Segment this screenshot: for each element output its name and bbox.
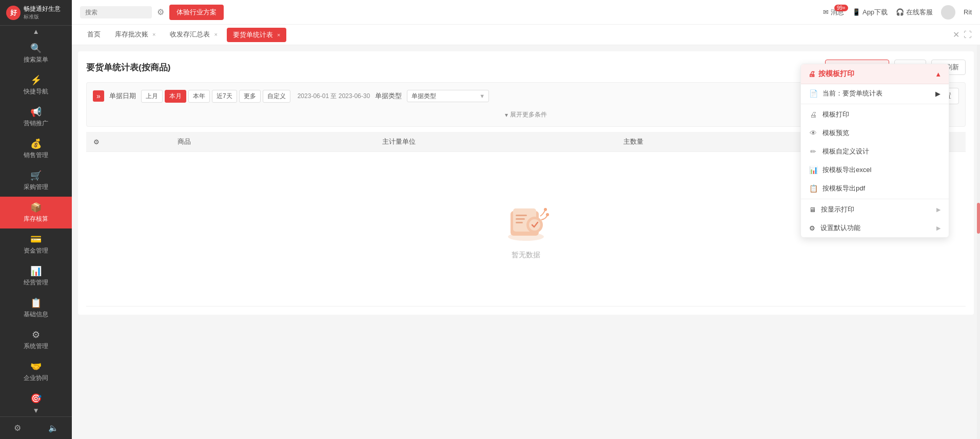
sidebar-scroll-up[interactable]: ▲ (0, 26, 72, 37)
tab-collect-summary-close[interactable]: × (214, 31, 217, 37)
sidebar-item-quick-nav[interactable]: ⚡快捷导航 (0, 69, 72, 101)
date-button-group: 上月 本月 本年 近7天 更多 自定义 (141, 90, 290, 103)
topbar-online-service-btn[interactable]: 🎧 在线客服 (896, 8, 933, 17)
tab-order-stats-label: 要货单统计表 (233, 30, 273, 40)
date-btn-prev-month[interactable]: 上月 (141, 90, 163, 103)
tab-expand-icon[interactable]: ⛶ (964, 30, 972, 40)
sidebar-icon-operation: 📊 (30, 265, 42, 277)
tab-collect-summary[interactable]: 收发存汇总表 × (163, 26, 224, 44)
empty-text: 暂无数据 (512, 251, 540, 260)
date-btn-current-year[interactable]: 本年 (188, 90, 210, 103)
sidebar-label-enterprise: 企业协同 (24, 374, 48, 383)
sidebar-item-purchase[interactable]: 🛒采购管理 (0, 165, 72, 197)
sidebar-label-system: 系统管理 (24, 342, 48, 351)
messages-badge: 99+ (834, 5, 848, 11)
topbar-exp-button[interactable]: 体验行业方案 (169, 5, 224, 20)
page-content: 要货单统计表(按商品) 🖨 按模板打印 ▲ ↑ 导出 ↻ 刷新 (72, 45, 980, 439)
tab-order-stats-close[interactable]: × (277, 32, 280, 38)
date-btn-current-month[interactable]: 本月 (165, 90, 186, 103)
sidebar-item-guide[interactable]: 🎯新手引导 (0, 388, 72, 405)
dropdown-collapse-icon[interactable]: ▲ (935, 70, 942, 78)
topbar-username: Rit (964, 8, 972, 16)
sidebar-item-operation[interactable]: 📊经营管理 (0, 260, 72, 292)
app-logo-icon: 好 (6, 6, 21, 20)
svg-point-9 (546, 213, 549, 216)
dropdown-template-export-pdf[interactable]: 📋 按模板导出pdf (801, 179, 949, 198)
sidebar-item-search-menu[interactable]: 🔍搜索菜单 (0, 37, 72, 69)
expand-arrow-icon: ▾ (505, 111, 508, 119)
template-print-icon: 🖨 (809, 110, 817, 119)
sidebar-label-purchase: 采购管理 (24, 183, 48, 192)
dropdown-default-func[interactable]: ⚙ 设置默认功能 ▶ (801, 219, 949, 237)
settings-icon[interactable]: ⚙ (93, 138, 100, 146)
default-func-icon: ⚙ (809, 224, 815, 232)
sidebar-label-inventory: 库存核算 (24, 215, 48, 223)
tab-home[interactable]: 首页 (80, 26, 108, 44)
dropdown-template-export-excel[interactable]: 📊 按模板导出excel (801, 161, 949, 179)
sidebar-icon-quick-nav: ⚡ (30, 74, 42, 86)
sidebar-item-finance[interactable]: 💳资金管理 (0, 228, 72, 260)
svg-point-8 (544, 208, 547, 211)
sidebar: 好 畅捷通好生意 标准版 ▲ 🔍搜索菜单⚡快捷导航📢营销推广💰销售管理🛒采购管理… (0, 0, 72, 439)
sidebar-sound-btn[interactable]: 🔈 (44, 421, 63, 435)
sidebar-label-finance: 资金管理 (24, 246, 48, 255)
date-range-display: 2023-06-01 至 2023-06-30 (298, 92, 370, 101)
dropdown-current-template[interactable]: 📄 当前：要货单统计表 ▶ (801, 84, 949, 103)
sidebar-item-marketing[interactable]: 📢营销推广 (0, 101, 72, 133)
tabbar: 首页 库存批次账 × 收发存汇总表 × 要货单统计表 × ✕ ⛶ (72, 25, 980, 45)
topbar-search-input[interactable] (80, 6, 152, 18)
dropdown-template-print[interactable]: 🖨 模板打印 (801, 105, 949, 124)
sidebar-settings-btn[interactable]: ⚙ (10, 421, 25, 435)
topbar-messages-btn[interactable]: ✉ 消息 99+ (823, 8, 844, 17)
template-design-icon: ✏ (809, 147, 817, 156)
sidebar-icon-sales: 💰 (30, 138, 42, 149)
tab-batch-account-close[interactable]: × (152, 31, 155, 37)
date-btn-custom[interactable]: 自定义 (263, 90, 290, 103)
template-preview-label: 模板预览 (822, 128, 849, 138)
dropdown-display-print[interactable]: 🖥 按显示打印 ▶ (801, 200, 949, 219)
sidebar-item-inventory[interactable]: 📦库存核算 (0, 197, 72, 228)
empty-icon (500, 198, 552, 244)
right-scrollbar[interactable] (977, 45, 980, 439)
sidebar-label-operation: 经营管理 (24, 278, 48, 287)
topbar: ⚙ 体验行业方案 ✉ 消息 99+ 📱 App下载 🎧 在线客服 Rit (72, 0, 980, 25)
dropdown-template-preview[interactable]: 👁 模板预览 (801, 124, 949, 142)
tab-batch-account[interactable]: 库存批次账 × (108, 26, 163, 44)
sidebar-logo: 好 畅捷通好生意 标准版 (0, 0, 72, 26)
display-print-icon: 🖥 (809, 206, 816, 214)
doc-type-select[interactable]: 单据类型 (407, 90, 489, 102)
topbar-app-download-btn[interactable]: 📱 App下载 (852, 8, 888, 17)
display-print-left: 🖥 按显示打印 (809, 205, 854, 214)
template-export-pdf-label: 按模板导出pdf (822, 184, 865, 193)
template-export-excel-label: 按模板导出excel (822, 165, 871, 175)
sidebar-scroll-down[interactable]: ▼ (0, 405, 72, 416)
col-settings[interactable]: ⚙ (86, 132, 107, 152)
dropdown-title: 🖨 按模板打印 (808, 69, 854, 79)
sidebar-label-search-menu: 搜索菜单 (24, 55, 48, 64)
sidebar-item-sales[interactable]: 💰销售管理 (0, 133, 72, 165)
tab-collect-summary-label: 收发存汇总表 (170, 30, 210, 39)
headset-icon: 🎧 (896, 8, 904, 16)
sidebar-icon-guide: 🎯 (30, 393, 42, 404)
sidebar-item-system[interactable]: ⚙系统管理 (0, 324, 72, 356)
sidebar-item-basic-info[interactable]: 📋基础信息 (0, 292, 72, 324)
right-scrollbar-thumb[interactable] (977, 203, 980, 234)
sidebar-label-basic-info: 基础信息 (24, 310, 48, 319)
tab-home-label: 首页 (87, 30, 101, 39)
template-design-label: 模板自定义设计 (822, 147, 869, 156)
topbar-gear-icon[interactable]: ⚙ (157, 7, 164, 17)
date-btn-more[interactable]: 更多 (239, 90, 261, 103)
sidebar-item-enterprise[interactable]: 🤝企业协同 (0, 356, 72, 388)
topbar-avatar[interactable] (941, 5, 955, 20)
dropdown-divider-2 (801, 199, 949, 199)
filter-expand-button[interactable]: » (93, 90, 104, 102)
date-btn-last-7[interactable]: 近7天 (212, 90, 237, 103)
tab-close-all-icon[interactable]: ✕ (953, 30, 959, 40)
sidebar-label-marketing: 营销推广 (24, 119, 48, 128)
tab-order-stats[interactable]: 要货单统计表 × (227, 28, 286, 42)
svg-point-4 (529, 219, 540, 231)
svg-rect-6 (516, 218, 525, 220)
dropdown-template-design[interactable]: ✏ 模板自定义设计 (801, 142, 949, 161)
svg-rect-5 (516, 215, 527, 216)
dropdown-divider-1 (801, 104, 949, 104)
